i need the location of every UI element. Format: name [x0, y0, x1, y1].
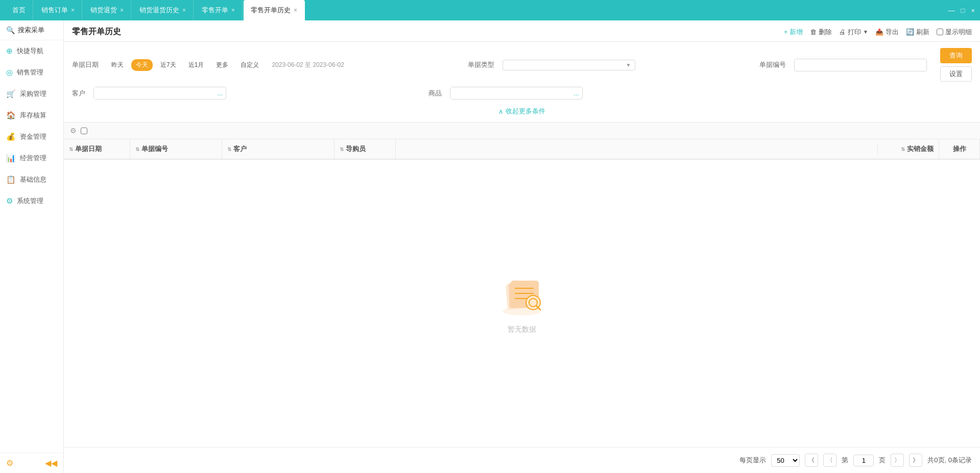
total-info: 共0页, 0条记录	[927, 456, 972, 465]
add-button[interactable]: + 新增	[784, 28, 803, 37]
tab-close-sales-return-history[interactable]: ×	[182, 7, 186, 14]
refresh-button[interactable]: 🔄 刷新	[906, 28, 929, 37]
tab-close-sales-order[interactable]: ×	[71, 7, 75, 14]
tab-home[interactable]: 首页	[5, 0, 33, 20]
sidebar-item-finance[interactable]: 💰 资金管理	[0, 126, 63, 147]
goods-dots-icon[interactable]: ...	[570, 87, 582, 99]
window-minimize[interactable]: —	[948, 7, 955, 14]
first-page-button[interactable]: 《	[805, 454, 818, 467]
date-btn-custom[interactable]: 自定义	[236, 59, 264, 71]
tab-sales-order[interactable]: 销售订单 ×	[34, 0, 82, 20]
th-customer: ⇅ 客户	[222, 139, 334, 159]
goods-input[interactable]	[450, 87, 570, 99]
sidebar-item-inventory[interactable]: 🏠 库存核算	[0, 105, 63, 126]
tab-retail-open[interactable]: 零售开单 ×	[195, 0, 243, 20]
print-icon: 🖨	[839, 28, 846, 36]
date-buttons: 昨天 今天 近7天 近1月 更多 自定义	[107, 59, 264, 71]
sidebar-item-sales-mgmt[interactable]: ◎ 销售管理	[0, 62, 63, 83]
inventory-icon: 🏠	[6, 111, 16, 120]
sort-customer-icon[interactable]: ⇅	[227, 146, 231, 152]
filter-row-2: 客户 ... 商品 ...	[72, 87, 972, 99]
sidebar-item-label: 系统管理	[17, 196, 43, 206]
customer-input[interactable]	[94, 87, 214, 99]
top-bar: 首页 销售订单 × 销货退货 × 销货退货历史 × 零售开单 × 零售开单历史 …	[0, 0, 980, 20]
show-detail-input[interactable]	[937, 29, 943, 35]
header-actions: + 新增 🗑 删除 🖨 打印 ▼ 📤 导出 🔄 刷新	[784, 28, 972, 37]
window-maximize[interactable]: □	[961, 7, 965, 14]
filter-row-1: 单据日期 昨天 今天 近7天 近1月 更多 自定义 2023-06-02 至 2…	[72, 48, 972, 82]
window-actions: — □ ×	[948, 7, 975, 14]
sort-date-icon[interactable]: ⇅	[69, 146, 73, 152]
th-guide: ⇅ 导购员	[334, 139, 396, 159]
bill-no-label: 单据编号	[759, 60, 786, 69]
date-btn-more[interactable]: 更多	[211, 59, 233, 71]
sidebar-footer: ⚙ ◀◀	[0, 453, 63, 473]
goods-input-wrapper: ...	[450, 87, 583, 99]
th-fill	[396, 144, 878, 154]
search-icon: 🔍	[6, 26, 15, 34]
tab-close-retail-open-history[interactable]: ×	[294, 7, 297, 14]
bill-type-dropdown-icon: ▼	[626, 62, 631, 68]
empty-text: 暂无数据	[508, 325, 536, 334]
date-btn-yesterday[interactable]: 昨天	[107, 59, 128, 71]
query-button[interactable]: 查询	[940, 48, 972, 63]
sort-guide-icon[interactable]: ⇅	[340, 146, 344, 152]
pagination: 每页显示 50 20 100 《 〈 第 页 〉 》 共0页, 0条记录	[64, 447, 980, 473]
last-page-button[interactable]: 》	[909, 454, 922, 467]
customer-input-wrapper: ...	[93, 87, 226, 99]
date-range: 2023-06-02 至 2023-06-02	[272, 61, 344, 69]
content-area: 零售开单历史 + 新增 🗑 删除 🖨 打印 ▼ 📤 导出 🔄	[64, 20, 980, 473]
collapse-icon[interactable]: ◀◀	[45, 458, 57, 468]
sidebar-item-system[interactable]: ⚙ 系统管理	[0, 190, 63, 212]
table-body: 暂无数据	[64, 160, 980, 447]
customer-label: 客户	[72, 89, 85, 98]
table-header: ⇅ 单据日期 ⇅ 单据编号 ⇅ 客户 ⇅ 导购员 ⇅ 实销	[64, 139, 980, 160]
tab-retail-open-history[interactable]: 零售开单历史 ×	[244, 0, 305, 20]
main-layout: 🔍 搜索采单 ⊕ 快捷导航 ◎ 销售管理 🛒 采购管理 🏠 库存核算 💰	[0, 20, 980, 473]
sidebar-item-basic-info[interactable]: 📋 基础信息	[0, 169, 63, 190]
next-page-button[interactable]: 〉	[891, 454, 904, 467]
page-suffix: 页	[879, 456, 886, 465]
refresh-icon: 🔄	[906, 28, 914, 36]
tab-close-retail-open[interactable]: ×	[231, 7, 235, 14]
select-all-checkbox[interactable]	[81, 128, 87, 134]
th-amount: ⇅ 实销金额	[878, 139, 939, 159]
print-button[interactable]: 🖨 打印 ▼	[839, 28, 868, 37]
export-button[interactable]: 📤 导出	[875, 28, 899, 37]
collapse-icon: ∧	[498, 108, 504, 115]
tab-sales-return-history[interactable]: 销货退货历史 ×	[132, 0, 194, 20]
sidebar: 🔍 搜索采单 ⊕ 快捷导航 ◎ 销售管理 🛒 采购管理 🏠 库存核算 💰	[0, 20, 64, 473]
customer-dots-icon[interactable]: ...	[214, 87, 226, 99]
collapse-more[interactable]: ∧ 收起更多条件	[72, 105, 972, 116]
tab-close-sales-return[interactable]: ×	[120, 7, 124, 14]
export-icon: 📤	[875, 28, 883, 36]
settings-icon[interactable]: ⚙	[6, 458, 13, 468]
print-dropdown-icon: ▼	[863, 29, 868, 35]
sidebar-item-operations[interactable]: 📊 经营管理	[0, 147, 63, 169]
window-close[interactable]: ×	[971, 7, 975, 14]
bill-type-select[interactable]: ▼	[503, 60, 635, 70]
date-btn-1month[interactable]: 近1月	[184, 59, 209, 71]
sort-amount-icon[interactable]: ⇅	[901, 146, 905, 152]
bill-no-input[interactable]	[794, 59, 927, 71]
sort-bill-no-icon[interactable]: ⇅	[135, 146, 139, 152]
table-settings-icon[interactable]: ⚙	[70, 127, 77, 135]
show-detail-checkbox[interactable]: 显示明细	[937, 28, 972, 37]
sidebar-item-quick-nav[interactable]: ⊕ 快捷导航	[0, 40, 63, 62]
sidebar-search[interactable]: 🔍 搜索采单	[0, 20, 63, 40]
page-number-input[interactable]	[853, 455, 874, 466]
quick-nav-icon: ⊕	[6, 46, 13, 56]
sidebar-item-label: 库存核算	[20, 111, 46, 120]
tab-sales-return[interactable]: 销货退货 ×	[83, 0, 131, 20]
setting-button[interactable]: 设置	[940, 66, 972, 82]
prev-page-button[interactable]: 〈	[823, 454, 836, 467]
sidebar-item-label: 快捷导航	[17, 46, 43, 56]
date-btn-today[interactable]: 今天	[131, 59, 153, 71]
system-icon: ⚙	[6, 196, 13, 206]
date-btn-7days[interactable]: 近7天	[156, 59, 181, 71]
sidebar-item-purchase-mgmt[interactable]: 🛒 采购管理	[0, 83, 63, 105]
sidebar-item-label: 资金管理	[20, 132, 46, 141]
delete-button[interactable]: 🗑 删除	[810, 28, 832, 37]
empty-state: 暂无数据	[496, 273, 547, 334]
page-size-select[interactable]: 50 20 100	[771, 454, 800, 467]
